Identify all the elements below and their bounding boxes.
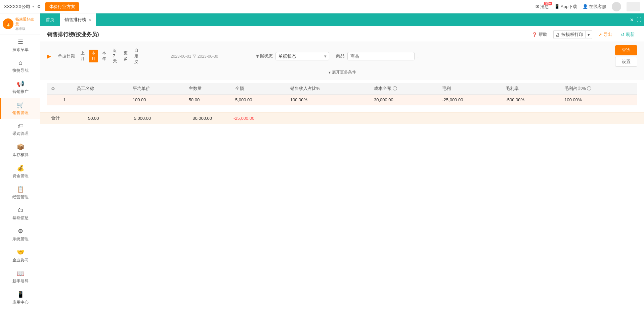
date-tab-last-month[interactable]: 上月 <box>78 50 87 62</box>
sidebar-item-enterprise[interactable]: 🤝 企业协同 <box>0 245 40 266</box>
table-header-row: ⚙ 员工名称 平均单价 主数量 全额 销售收入占比% 成本全额 ⓘ 毛利 毛利率… <box>47 83 637 95</box>
company-name: XXXXXX公司 <box>4 4 30 10</box>
export-label: 导出 <box>603 32 612 38</box>
app-download-btn[interactable]: 📱 App下载 <box>554 4 577 10</box>
sidebar-item-purchase[interactable]: 🏷 采购管理 <box>0 119 40 140</box>
td-name <box>73 95 129 105</box>
footer-cost: 30,000.00 <box>192 116 212 121</box>
sidebar-item-guide[interactable]: 📖 新手引导 <box>0 266 40 288</box>
company-arrow-icon: ▾ <box>32 4 34 9</box>
print-btn[interactable]: 🖨 按模板打印 <box>554 31 585 39</box>
sidebar-label-operations: 经营管理 <box>12 194 29 200</box>
guide-icon: 📖 <box>17 270 24 277</box>
sidebar-label-marketing: 营销推广 <box>12 89 29 95</box>
print-arrow-btn[interactable]: ▾ <box>585 31 592 38</box>
help-btn[interactable]: ❓ 帮助 <box>529 31 550 39</box>
td-rank: 1 <box>59 95 73 105</box>
export-btn[interactable]: ↗ 导出 <box>596 31 615 39</box>
sidebar-item-marketing[interactable]: 📢 营销推广 <box>0 77 40 98</box>
status-filter: 单据状态 单据状态 <box>255 52 329 60</box>
footer-label: 合计 <box>51 115 60 121</box>
sales-icon: 🛒 <box>17 101 24 109</box>
print-icon: 🖨 <box>556 32 560 37</box>
sidebar-item-sales[interactable]: 🛒 销售管理 <box>0 98 40 119</box>
page-header: 销售排行榜(按业务员) ❓ 帮助 🖨 按模板打印 ▾ ↗ <box>40 26 644 42</box>
company-selector[interactable]: XXXXXX公司 ▾ <box>4 4 34 10</box>
sidebar-label-purchase: 采购管理 <box>12 131 29 137</box>
th-amount: 全额 <box>231 83 286 95</box>
sidebar-label-finance: 资金管理 <box>12 173 29 179</box>
tab-home[interactable]: 首页 <box>40 13 60 26</box>
trial-btn[interactable]: 体验行业方案 <box>45 2 79 11</box>
window-close-icon[interactable]: ✕ <box>630 17 634 22</box>
refresh-label: 刷新 <box>626 32 635 38</box>
more-link[interactable]: ... <box>417 54 421 58</box>
logo-icon: 🔥 <box>3 18 13 29</box>
settings-icon[interactable]: ⚙ <box>37 4 41 9</box>
user-menu[interactable] <box>627 2 640 11</box>
date-label: 单据日期 <box>58 53 75 59</box>
tab-bar: 首页 销售排行榜 ✕ ✕ ⛶ <box>40 13 644 26</box>
th-gross: 毛利 <box>438 83 502 95</box>
settings-btn[interactable]: 设置 <box>615 57 637 67</box>
apps-icon: 📱 <box>17 291 24 298</box>
goods-label: 商品 <box>336 53 345 59</box>
sidebar: 🔥 畅康通好生意 标准版 ☰ 搜索菜单 ⌂ 快捷导航 📢 营销推广 🛒 销售管理… <box>0 13 40 309</box>
logo-text: 畅康通好生意 <box>15 17 37 27</box>
filter-expand-icon[interactable]: ▶ <box>47 53 51 59</box>
sidebar-item-finance[interactable]: 💰 资金管理 <box>0 161 40 182</box>
td-amount: 5,000.00 <box>231 95 286 105</box>
td-gross-pct: 100.00% <box>560 95 637 105</box>
window-expand-icon[interactable]: ⛶ <box>637 17 641 22</box>
service-icon: 👤 <box>583 4 588 9</box>
sidebar-label-inventory: 库存核算 <box>12 152 29 158</box>
th-name: 员工名称 <box>73 83 129 95</box>
date-tab-this-month[interactable]: 本月 <box>89 50 98 62</box>
sidebar-item-apps[interactable]: 📱 应用中心 <box>0 288 40 309</box>
online-service-btn[interactable]: 👤 在线客服 <box>583 4 606 10</box>
date-tab-7days[interactable]: 近7天 <box>110 47 120 65</box>
query-btn[interactable]: 查询 <box>615 45 637 55</box>
tab-sales-ranking[interactable]: 销售排行榜 ✕ <box>60 13 96 26</box>
th-avg-price: 平均单价 <box>129 83 185 95</box>
footer-gross: -25,000.00 <box>233 116 254 121</box>
th-gross-rate: 毛利率 <box>502 83 560 95</box>
goods-input[interactable] <box>347 52 415 60</box>
enterprise-icon: 🤝 <box>17 249 24 256</box>
purchase-icon: 🏷 <box>17 122 24 130</box>
app-icon: 📱 <box>554 4 560 9</box>
date-filter: 单据日期 上月 本月 本年 近7天 更多 自定义 2023-06-01 至 20… <box>58 47 249 65</box>
th-cost: 成本全额 ⓘ <box>370 83 438 95</box>
sidebar-item-quick-nav[interactable]: ⌂ 快捷导航 <box>0 56 40 77</box>
date-tab-this-year[interactable]: 本年 <box>99 50 109 62</box>
date-tab-custom[interactable]: 自定义 <box>132 47 141 65</box>
sidebar-item-system[interactable]: ⚙ 系统管理 <box>0 224 40 245</box>
sidebar-label-quick-nav: 快捷导航 <box>12 68 29 73</box>
td-sales-pct: 100.00% <box>286 95 370 105</box>
expand-more-btn[interactable]: ▾ 展开更多条件 <box>47 68 637 76</box>
sidebar-label-sales: 销售管理 <box>12 110 29 116</box>
base-icon: 🗂 <box>17 207 24 214</box>
status-select-wrapper: 单据状态 <box>275 52 329 60</box>
sidebar-item-operations[interactable]: 📋 经营管理 <box>0 182 40 203</box>
status-select[interactable]: 单据状态 <box>275 52 329 60</box>
sidebar-item-search[interactable]: ☰ 搜索菜单 <box>0 35 40 56</box>
help-label: 帮助 <box>539 32 547 38</box>
filter-area: ▶ 单据日期 上月 本月 本年 近7天 更多 自定义 <box>40 42 644 80</box>
page-title: 销售排行榜(按业务员) <box>47 31 99 38</box>
footer-amount: 5,000.00 <box>134 116 151 121</box>
th-icon: ⚙ <box>47 83 59 95</box>
refresh-btn[interactable]: ↺ 刷新 <box>618 31 637 39</box>
refresh-icon: ↺ <box>621 32 625 37</box>
message-btn[interactable]: ✉ 消息 99+ <box>535 4 549 10</box>
tab-close-icon[interactable]: ✕ <box>88 18 91 22</box>
td-avg-price: 100.00 <box>129 95 185 105</box>
print-btn-group: 🖨 按模板打印 ▾ <box>553 30 592 39</box>
help-icon: ❓ <box>532 32 537 37</box>
avatar[interactable] <box>612 2 621 11</box>
sidebar-item-base[interactable]: 🗂 基础信息 <box>0 203 40 224</box>
date-tab-more[interactable]: 更多 <box>121 50 130 62</box>
sidebar-item-inventory[interactable]: 📦 库存核算 <box>0 140 40 161</box>
logo-sub: 标准版 <box>15 27 37 31</box>
tab-home-label: 首页 <box>46 17 54 23</box>
